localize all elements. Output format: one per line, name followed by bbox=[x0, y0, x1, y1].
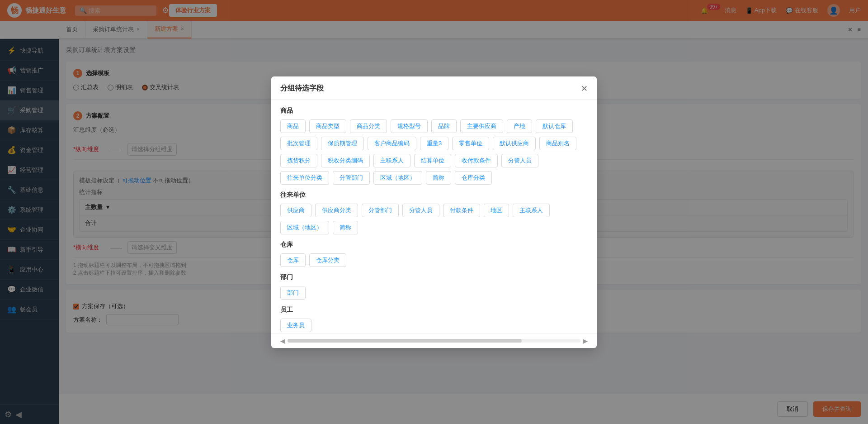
field-tag-0-4[interactable]: 品牌 bbox=[431, 119, 457, 133]
field-tag-0-20[interactable]: 分管人员 bbox=[501, 154, 538, 167]
field-tag-2-1[interactable]: 仓库分类 bbox=[309, 253, 346, 267]
modal-section-fields-2: 仓库仓库分类 bbox=[280, 253, 588, 267]
modal-body: 商品商品商品类型商品分类规格型号品牌主要供应商产地默认仓库批次管理保质期管理客户… bbox=[271, 100, 597, 333]
field-tag-1-1[interactable]: 供应商分类 bbox=[315, 204, 358, 217]
field-tag-0-15[interactable]: 拣货积分 bbox=[280, 154, 317, 167]
field-tag-0-18[interactable]: 结算单位 bbox=[414, 154, 451, 167]
modal-section-fields-1: 供应商供应商分类分管部门分管人员付款条件地区主联系人区域（地区）简称 bbox=[280, 204, 588, 234]
modal-close-btn[interactable]: ✕ bbox=[581, 84, 588, 94]
field-tag-0-2[interactable]: 商品分类 bbox=[350, 119, 387, 133]
field-tag-0-17[interactable]: 主联系人 bbox=[373, 154, 410, 167]
field-tag-1-7[interactable]: 区域（地区） bbox=[280, 221, 329, 234]
modal-dialog: 分组待选字段 ✕ 商品商品商品类型商品分类规格型号品牌主要供应商产地默认仓库批次… bbox=[271, 76, 597, 348]
scrollbar-thumb bbox=[288, 339, 522, 343]
field-tag-0-5[interactable]: 主要供应商 bbox=[460, 119, 503, 133]
field-tag-2-0[interactable]: 仓库 bbox=[280, 253, 306, 267]
field-tag-0-19[interactable]: 收付款条件 bbox=[455, 154, 498, 167]
field-tag-0-8[interactable]: 批次管理 bbox=[280, 137, 317, 150]
modal-title: 分组待选字段 bbox=[280, 84, 324, 93]
field-tag-1-2[interactable]: 分管部门 bbox=[362, 204, 399, 217]
field-tag-0-9[interactable]: 保质期管理 bbox=[321, 137, 364, 150]
field-tag-0-3[interactable]: 规格型号 bbox=[391, 119, 428, 133]
field-tag-0-24[interactable]: 简称 bbox=[426, 171, 451, 185]
field-tag-1-6[interactable]: 主联系人 bbox=[513, 204, 550, 217]
field-tag-0-12[interactable]: 零售单位 bbox=[452, 137, 489, 150]
field-tag-0-11[interactable]: 重量3 bbox=[420, 137, 448, 150]
field-tag-4-0[interactable]: 业务员 bbox=[280, 319, 311, 332]
modal-section-title-0: 商品 bbox=[280, 107, 588, 115]
modal-header: 分组待选字段 ✕ bbox=[271, 76, 597, 100]
field-tag-1-0[interactable]: 供应商 bbox=[280, 204, 311, 217]
field-tag-0-13[interactable]: 默认供应商 bbox=[493, 137, 536, 150]
field-tag-1-8[interactable]: 简称 bbox=[333, 221, 358, 234]
modal-section-title-3: 部门 bbox=[280, 273, 588, 281]
modal-section-title-4: 员工 bbox=[280, 306, 588, 314]
scroll-left-arrow[interactable]: ◀ bbox=[280, 338, 285, 344]
field-tag-0-6[interactable]: 产地 bbox=[507, 119, 532, 133]
modal-section-title-1: 往来单位 bbox=[280, 191, 588, 199]
modal-overlay[interactable]: 分组待选字段 ✕ 商品商品商品类型商品分类规格型号品牌主要供应商产地默认仓库批次… bbox=[0, 0, 868, 424]
field-tag-0-25[interactable]: 仓库分类 bbox=[455, 171, 492, 185]
field-tag-0-7[interactable]: 默认仓库 bbox=[536, 119, 573, 133]
field-tag-0-16[interactable]: 税收分类编码 bbox=[321, 154, 370, 167]
modal-section-title-2: 仓库 bbox=[280, 241, 588, 249]
field-tag-0-23[interactable]: 区域（地区） bbox=[373, 171, 422, 185]
modal-section-fields-0: 商品商品类型商品分类规格型号品牌主要供应商产地默认仓库批次管理保质期管理客户商品… bbox=[280, 119, 588, 185]
field-tag-3-0[interactable]: 部门 bbox=[280, 286, 306, 300]
field-tag-0-14[interactable]: 商品别名 bbox=[539, 137, 576, 150]
modal-section-fields-4: 业务员 bbox=[280, 319, 588, 332]
modal-section-fields-3: 部门 bbox=[280, 286, 588, 300]
field-tag-0-22[interactable]: 分管部门 bbox=[333, 171, 370, 185]
field-tag-1-3[interactable]: 分管人员 bbox=[402, 204, 439, 217]
modal-footer-scroll: ◀ ▶ bbox=[271, 333, 597, 348]
field-tag-0-10[interactable]: 客户商品编码 bbox=[368, 137, 416, 150]
field-tag-0-1[interactable]: 商品类型 bbox=[309, 119, 346, 133]
field-tag-0-0[interactable]: 商品 bbox=[280, 119, 306, 133]
field-tag-1-4[interactable]: 付款条件 bbox=[443, 204, 480, 217]
scroll-right-arrow[interactable]: ▶ bbox=[583, 338, 588, 344]
horizontal-scrollbar[interactable] bbox=[288, 339, 580, 343]
field-tag-1-5[interactable]: 地区 bbox=[484, 204, 509, 217]
field-tag-0-21[interactable]: 往来单位分类 bbox=[280, 171, 329, 185]
